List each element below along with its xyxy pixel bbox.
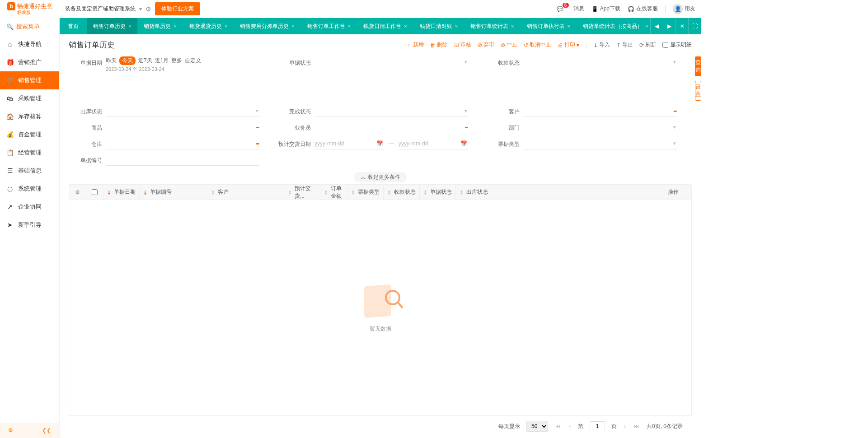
close-icon[interactable]: × [128,23,131,29]
tab[interactable]: 销售费用分摊单历史× [234,18,300,34]
table-column[interactable]: ▲▼订单金额 [320,185,347,200]
messages-button[interactable]: 💬 6 消息 [557,5,584,13]
warehouse-select[interactable]: ••• [106,138,259,149]
close-icon[interactable]: × [455,23,458,29]
sidebar-item[interactable]: 🎁营销推广 [0,53,59,71]
search-menu[interactable]: 🔍 搜索菜单 [0,18,59,35]
table-column[interactable]: ▲▼单据日期 [103,185,140,200]
salesman-select[interactable]: ••• [314,121,468,133]
sidebar-item[interactable]: 💰资金管理 [0,126,59,144]
table-column[interactable]: ▲▼票据类型 [347,185,384,200]
finish-status-select[interactable]: ▾ [314,105,468,117]
add-button[interactable]: ＋新增 [406,41,424,49]
date-chip[interactable]: 自定义 [185,57,201,65]
first-page-button[interactable]: ⏮ [554,423,562,429]
close-icon[interactable]: × [511,23,514,29]
tab[interactable]: 销货退货历史× [183,18,234,34]
query-button[interactable]: 查询 [695,56,701,76]
table-column[interactable]: ▲▼预计交货... [284,185,320,200]
unstop-button[interactable]: ↺取消中止 [524,41,551,49]
prev-page-button[interactable]: ‹ [568,423,572,429]
close-icon[interactable]: × [225,23,227,29]
sidebar-item[interactable]: 📋经营管理 [0,144,59,162]
import-button[interactable]: ⤓导入 [593,41,610,49]
date-chip[interactable]: 昨天 [106,57,117,65]
table-column[interactable]: ▲▼收款状态 [384,185,420,200]
phone-icon: 📱 [591,6,598,12]
bill-no-input[interactable] [106,154,259,166]
tab[interactable]: 销售订单工作台× [301,18,357,34]
audit-button[interactable]: ☑审核 [454,41,471,49]
table-column[interactable]: ▲▼出库状态 [456,185,655,200]
receipt-status-select[interactable]: ▾ [523,56,677,68]
date-chip[interactable]: 近7天 [138,57,152,65]
table-column[interactable]: ▲▼客户 [207,185,284,200]
tab[interactable]: 销货单统计表（按商品）× [577,18,650,34]
sidebar-item[interactable]: ↗企业协同 [0,198,59,216]
tab[interactable]: 钱货日清工作台× [357,18,413,34]
sidebar-item[interactable]: 🏠库存核算 [0,107,59,126]
tab-label: 销售订单历史 [93,23,126,30]
show-detail-checkbox[interactable]: 显示明细 [662,41,692,49]
close-icon[interactable]: × [404,23,407,29]
system-selector[interactable]: 装备及固定资产辅助管理系统 ▾ [65,5,142,13]
sidebar-item[interactable]: ⌂快捷导航 [0,35,59,53]
close-icon[interactable]: × [174,23,176,29]
date-chip[interactable]: 今天 [119,56,136,65]
customer-service-button[interactable]: 🎧 在线客服 [628,5,658,13]
select-all-checkbox[interactable] [86,185,103,200]
nav-icon: 🎁 [6,59,14,66]
page-input[interactable] [590,421,605,431]
tab-home[interactable]: 首页 [60,18,87,34]
next-page-button[interactable]: › [623,423,627,429]
last-page-button[interactable]: ⏭ [633,423,640,429]
page-size-select[interactable]: 50 [526,421,548,432]
collapse-filter-button[interactable]: ︽ 收起更多条件 [354,172,407,182]
customer-select[interactable]: ••• [523,105,677,117]
tabs-close-button[interactable]: ✕ [676,18,688,34]
table-column[interactable]: ▲▼单据编号 [140,185,207,200]
tab[interactable]: 销售订单统计表× [464,18,520,34]
expect-date-to[interactable]: yyyy-mm-dd📅 [399,138,468,149]
tab[interactable]: 销货单历史× [137,18,183,34]
tabs-prev-button[interactable]: ◀ [650,18,663,34]
column-label: 出库状态 [466,188,488,196]
refresh-button[interactable]: ⟳刷新 [639,41,656,49]
sidebar-item[interactable]: ◌系统管理 [0,180,59,198]
close-icon[interactable]: × [568,23,570,29]
settings-button[interactable]: 设置 [695,81,701,101]
close-icon[interactable]: × [291,23,294,29]
column-settings[interactable]: ⚙ [69,185,86,200]
sidebar-item[interactable]: 🛒销售管理 [0,71,59,89]
date-chip[interactable]: 更多 [171,57,182,65]
date-chip[interactable]: 近1月 [155,57,169,65]
expect-date-from[interactable]: yyyy-mm-dd📅 [314,138,384,149]
sidebar-item[interactable]: 🛍采购管理 [0,89,59,107]
tab[interactable]: 销售订单执行表× [521,18,577,34]
gear-icon[interactable]: ⚙ [145,5,151,13]
close-icon[interactable]: × [348,23,351,29]
collapse-sidebar-icon[interactable]: ❮❮ [42,427,51,433]
close-icon[interactable]: × [645,23,648,29]
export-button[interactable]: ⤒导出 [616,41,633,49]
table-column[interactable]: ▲▼单据状态 [420,185,456,200]
dept-select[interactable]: ▾ [523,121,677,133]
sidebar-item[interactable]: ➤新手引导 [0,216,59,234]
print-button[interactable]: 🖨打印 ▾ [558,41,579,49]
out-status-select[interactable]: ▾ [106,105,259,117]
tabs-next-button[interactable]: ▶ [663,18,676,34]
invoice-type-select[interactable]: ▾ [523,138,677,149]
stop-button[interactable]: ⊘中止 [501,41,517,49]
product-select[interactable]: ••• [106,121,259,133]
tab[interactable]: 钱货日清对账× [413,18,464,34]
app-download-button[interactable]: 📱 App下载 [591,5,620,13]
tabs-fullscreen-button[interactable]: ⛶ [688,18,701,34]
delete-button[interactable]: 🗑删除 [430,41,448,49]
settings-icon[interactable]: ⚙ [8,427,13,433]
user-menu[interactable]: 👤 用友 [673,4,695,14]
industry-plan-button[interactable]: 体验行业方案 [155,2,200,15]
abandon-button[interactable]: ⊘弃审 [478,41,494,49]
bill-status-select[interactable]: ▾ [314,56,468,68]
sidebar-item[interactable]: ☰基础信息 [0,162,59,180]
tab[interactable]: 销售订单历史× [87,18,137,34]
